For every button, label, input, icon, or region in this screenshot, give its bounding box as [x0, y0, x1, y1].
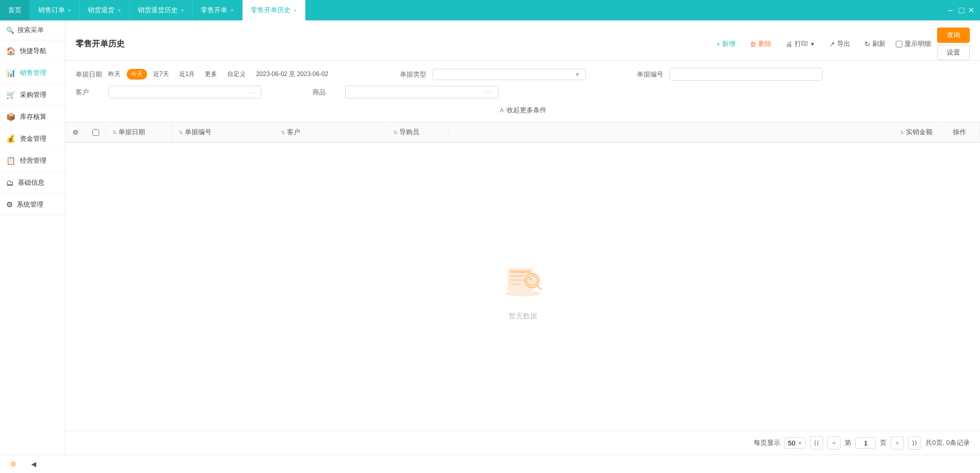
th-amount-sort-icon: ⇅: [900, 130, 904, 135]
tab-retail-open-close[interactable]: ×: [230, 7, 233, 13]
settings-bottom-icon: ⚙: [10, 460, 16, 468]
tab-sales-order-close[interactable]: ×: [68, 7, 71, 13]
page-number-input[interactable]: 1: [855, 437, 876, 449]
last-page-button[interactable]: ⟩⟩: [908, 436, 921, 450]
export-button[interactable]: ↗ 导出: [825, 37, 854, 51]
sidebar-purchase-mgmt-label: 采购管理: [20, 90, 46, 99]
date-option-yesterday[interactable]: 昨天: [104, 69, 125, 80]
delete-button[interactable]: 🗑 删除: [746, 37, 776, 51]
tab-sales-order-label: 销售订单: [38, 6, 65, 15]
tab-sales-return-history-close[interactable]: ×: [181, 7, 184, 13]
plus-icon: +: [716, 40, 721, 48]
show-detail-checkbox-label[interactable]: 显示明细: [896, 39, 931, 48]
tab-bar: 首页 销售订单 × 销货退货 × 销货退货历史 × 零售开单 × 零售开单历史 …: [0, 0, 940, 20]
customer-ellipsis-icon: ···: [247, 88, 256, 96]
tab-retail-open-history-close[interactable]: ×: [294, 7, 297, 13]
page-size-value: 50: [788, 439, 795, 447]
tab-sales-return[interactable]: 销货退货 ×: [80, 0, 129, 20]
sidebar-quick-nav-label: 快捷导航: [20, 46, 46, 56]
th-customer[interactable]: ⇅ 客户: [275, 122, 387, 142]
th-checkbox[interactable]: [86, 122, 106, 142]
th-num-sort-icon: ⇅: [179, 130, 183, 135]
th-action-label: 操作: [953, 128, 966, 137]
sidebar-item-sales-mgmt[interactable]: 📊 销售管理: [0, 62, 65, 84]
new-button[interactable]: + 新增: [712, 37, 740, 51]
doc-type-label: 单据类型: [400, 70, 428, 79]
sidebar-item-purchase-mgmt[interactable]: 🛒 采购管理: [0, 84, 65, 106]
sidebar-item-quick-nav[interactable]: 🏠 快捷导航: [0, 40, 65, 62]
sidebar-system-mgmt-label: 系统管理: [17, 200, 43, 209]
page-label-pre: 第: [845, 438, 851, 447]
tab-home[interactable]: 首页: [0, 0, 30, 20]
date-option-custom[interactable]: 自定义: [223, 69, 250, 80]
setting-button[interactable]: 设置: [937, 45, 970, 60]
empty-state: 暂无数据: [65, 143, 980, 431]
tab-retail-open-history[interactable]: 零售开单历史 ×: [243, 0, 305, 20]
th-date[interactable]: ⇅ 单据日期: [106, 122, 173, 142]
page-actions: + 新增 🗑 删除 🖨 打印 ▼ ↗ 导出 ↻ 刷新: [712, 28, 970, 60]
th-settings[interactable]: ⚙: [65, 122, 86, 142]
collapse-sidebar-button[interactable]: ◀: [27, 457, 41, 471]
purchase-icon: 🛒: [6, 90, 16, 99]
ops-icon: 📋: [6, 156, 16, 165]
sidebar-item-finance[interactable]: 💰 资金管理: [0, 128, 65, 150]
table-area: ⚙ ⇅ 单据日期 ⇅ 单据编号 ⇅ 客户 ⇅: [65, 122, 980, 431]
pagination: 每页显示 50 ▼ ⟨⟨ ＜ 第 1 页 ＞ ⟩⟩ 共0页, 0条记录: [65, 431, 980, 455]
customer-input[interactable]: ···: [108, 86, 261, 98]
sidebar-item-inventory[interactable]: 📦 库存核算: [0, 106, 65, 128]
sidebar-item-ops-mgmt[interactable]: 📋 经营管理: [0, 150, 65, 172]
th-amount[interactable]: ⇅ 实销金额: [878, 122, 939, 142]
doc-type-select[interactable]: ▼: [433, 69, 586, 80]
close-button[interactable]: ×: [968, 5, 974, 16]
doc-num-input[interactable]: [670, 68, 823, 81]
date-options: 昨天 今天 近7天 近1月 更多 自定义: [104, 69, 250, 80]
refresh-button[interactable]: ↻ 刷新: [861, 37, 890, 51]
customer-filter-label: 客户: [76, 88, 104, 97]
basic-info-icon: 🗂: [6, 179, 14, 187]
show-detail-checkbox[interactable]: [896, 41, 902, 47]
print-dropdown-icon: ▼: [810, 41, 815, 47]
tab-retail-open[interactable]: 零售开单 ×: [193, 0, 242, 20]
minimize-button[interactable]: －: [946, 4, 955, 16]
maximize-button[interactable]: □: [959, 5, 965, 16]
inventory-icon: 📦: [6, 112, 16, 121]
product-ellipsis-icon: ···: [484, 88, 493, 96]
date-option-more[interactable]: 更多: [201, 69, 221, 80]
th-salesperson[interactable]: ⇅ 导购员: [387, 122, 448, 142]
tab-sales-order[interactable]: 销售订单 ×: [30, 0, 80, 20]
page-size-chevron-icon: ▼: [797, 440, 802, 446]
new-button-label: 新增: [722, 39, 735, 48]
first-page-button[interactable]: ⟨⟨: [810, 436, 823, 450]
search-order-item[interactable]: 🔍 搜索采单: [0, 20, 65, 40]
delete-icon: 🗑: [750, 40, 756, 48]
query-button[interactable]: 查询: [937, 28, 970, 43]
th-customer-sort-icon: ⇅: [281, 130, 285, 135]
print-button-label: 打印: [795, 39, 808, 48]
tab-sales-return-history[interactable]: 销货退货历史 ×: [130, 0, 193, 20]
sidebar-item-system-mgmt[interactable]: ⚙ 系统管理: [0, 194, 65, 216]
refresh-button-label: 刷新: [872, 39, 886, 48]
th-date-sort-icon: ⇅: [112, 130, 116, 135]
page-size-select[interactable]: 50 ▼: [784, 437, 806, 449]
tab-sales-return-close[interactable]: ×: [117, 7, 121, 13]
sidebar-inventory-label: 库存核算: [20, 112, 46, 121]
svg-line-8: [537, 286, 541, 290]
settings-bottom-button[interactable]: ⚙: [6, 457, 20, 471]
print-button[interactable]: 🖨 打印 ▼: [782, 37, 819, 51]
total-info: 共0页, 0条记录: [925, 438, 970, 447]
date-option-last1m[interactable]: 近1月: [175, 69, 199, 80]
collapse-more-button[interactable]: ∧ 收起更多条件: [495, 104, 551, 117]
date-option-today[interactable]: 今天: [127, 69, 147, 80]
next-page-button[interactable]: ＞: [891, 436, 904, 450]
bottom-bar: ⚙ ◀: [0, 455, 980, 473]
product-filter-label: 商品: [313, 88, 341, 97]
prev-page-button[interactable]: ＜: [827, 436, 841, 450]
sidebar-basic-info-label: 基础信息: [18, 178, 44, 187]
select-all-checkbox[interactable]: [92, 129, 99, 136]
date-option-last7[interactable]: 近7天: [149, 69, 173, 80]
sidebar-item-basic-info[interactable]: 🗂 基础信息: [0, 172, 65, 194]
tab-retail-open-history-label: 零售开单历史: [251, 6, 291, 15]
tab-sales-return-history-label: 销货退货历史: [138, 6, 178, 15]
product-input[interactable]: ···: [345, 86, 498, 98]
th-num[interactable]: ⇅ 单据编号: [173, 122, 275, 142]
